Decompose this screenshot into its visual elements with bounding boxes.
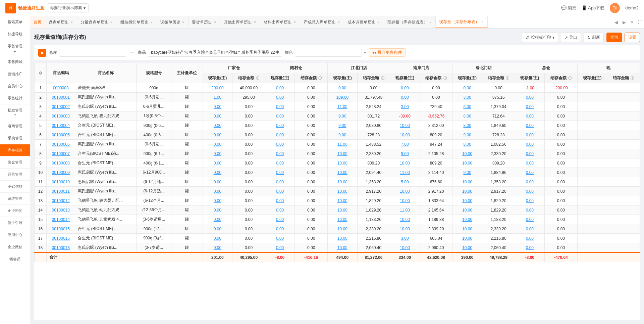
- tab-requisition[interactable]: 要货单历史 ×: [189, 16, 220, 28]
- filter-collapse-btn[interactable]: ▶: [38, 49, 46, 57]
- row-yb-qty: 10.00: [452, 234, 482, 243]
- warehouse-dots-btn[interactable]: ···: [128, 50, 135, 56]
- sidebar-item-system[interactable]: 系统管理: [0, 193, 30, 205]
- tab-expand[interactable]: ⛶: [636, 16, 644, 28]
- row-unit: 罐: [171, 149, 203, 158]
- refresh-button[interactable]: ↻ 刷新: [584, 33, 604, 42]
- gear-icon[interactable]: ⚙: [39, 71, 42, 76]
- close-icon[interactable]: ×: [253, 20, 257, 25]
- sidebar-item-purchase[interactable]: 采购管理: [0, 132, 30, 144]
- tab-close-all[interactable]: ✕: [628, 16, 636, 28]
- tab-inventory-check[interactable]: 盘点单历史 ×: [45, 16, 77, 28]
- message-btn[interactable]: 💬 消息: [561, 5, 577, 11]
- query-button[interactable]: 查询: [606, 33, 622, 42]
- sidebar-item-member[interactable]: 会员中心: [0, 80, 30, 92]
- sidebar-item-wechat[interactable]: 企业微信: [0, 241, 30, 253]
- row-unit: 罐: [171, 168, 203, 177]
- row-fj-amt: 0.00: [232, 130, 265, 140]
- tab-split-check[interactable]: 分量盘点单历史 ×: [77, 16, 117, 28]
- close-icon[interactable]: ×: [150, 20, 153, 25]
- sidebar-item-quick-nav[interactable]: 快捷导航: [0, 28, 30, 40]
- sidebar-item-wholesale[interactable]: 批发管理 ▾: [0, 104, 30, 120]
- row-jb-qty: 10.00: [327, 168, 357, 177]
- sidebar-item-marketing[interactable]: 营销推广: [0, 68, 30, 80]
- tab-scroll-right[interactable]: ▶: [620, 16, 628, 28]
- sidebar-item-search[interactable]: 搜索英单: [0, 16, 30, 28]
- row-jb-amt: 1,829.20: [357, 205, 390, 215]
- sidebar-item-retail-mgmt[interactable]: 零售管理 ▲: [0, 40, 30, 56]
- info-icon[interactable]: ⓘ: [568, 76, 572, 80]
- close-icon[interactable]: ×: [337, 20, 340, 25]
- row-spec: 900g: [137, 83, 171, 93]
- info-icon[interactable]: ⓘ: [318, 76, 322, 80]
- sidebar-item-guide[interactable]: 新手引导: [0, 217, 30, 229]
- export-icon: ↗: [565, 35, 568, 40]
- info-icon[interactable]: ⓘ: [443, 76, 447, 80]
- app-download-btn[interactable]: 📱 App下载: [582, 5, 604, 11]
- close-icon[interactable]: ×: [70, 20, 73, 25]
- close-icon[interactable]: ×: [377, 20, 380, 25]
- col-gear: ⚙: [35, 63, 47, 83]
- info-icon[interactable]: ⓘ: [381, 76, 384, 80]
- sidebar-item-retail-stats[interactable]: 零售统计: [0, 92, 30, 104]
- sidebar-item-finance[interactable]: 资金管理: [0, 156, 30, 169]
- row-fj-qty: 0.00: [203, 149, 232, 158]
- row-fj-qty: 0.00: [203, 140, 232, 149]
- tab-other-out[interactable]: 其他出库单历史 ×: [220, 16, 260, 28]
- tab-cost-adj[interactable]: 成本调整单历史 ×: [344, 16, 384, 28]
- row-lc-qty: 0.00: [265, 177, 295, 187]
- row-jb-amt: 1,353.20: [357, 177, 390, 187]
- row-zc-amt: 0.00: [545, 140, 578, 149]
- info-icon[interactable]: ⓘ: [506, 76, 509, 80]
- sidebar-item-members2[interactable]: 畅会员: [0, 253, 30, 265]
- close-icon[interactable]: ×: [213, 20, 217, 25]
- close-icon[interactable]: ×: [182, 20, 185, 25]
- warehouse-input[interactable]: [59, 49, 126, 57]
- close-icon[interactable]: ×: [481, 20, 484, 24]
- tab-stock-dist[interactable]: 现存量（库存分布表）×: [436, 16, 488, 28]
- sidebar-item-basics[interactable]: 基础信息: [0, 181, 30, 193]
- row-x-amt: [607, 121, 640, 130]
- info-icon[interactable]: ⓘ: [631, 76, 634, 80]
- sidebar-item-appstore[interactable]: 应用中心: [0, 229, 30, 241]
- close-icon[interactable]: ×: [429, 20, 432, 25]
- sidebar-item-enterprise[interactable]: 企业协同: [0, 205, 30, 217]
- row-fj-qty: 0.00: [203, 205, 232, 215]
- sidebar-item-inventory[interactable]: 库存核算: [0, 144, 30, 156]
- table-row: 7 00100006 惠氏启脲 (Wyeth illu... (0-6月适...…: [35, 140, 640, 149]
- sidebar-item-retail-mall[interactable]: 零售商城: [0, 56, 30, 68]
- tab-product-in[interactable]: 产成品入库单历史 ×: [300, 16, 344, 28]
- tab-material-out[interactable]: 材料出库单历史 ×: [260, 16, 300, 28]
- row-zc-amt: 0.00: [545, 224, 578, 234]
- sidebar-item-ops-mgmt[interactable]: 经营管理: [0, 169, 30, 181]
- row-zc-qty: 0.00: [515, 224, 545, 234]
- col-x-amt: 结存金额 ⓘ: [607, 73, 640, 83]
- tab-transfer[interactable]: 调拨单历史 ×: [157, 16, 189, 28]
- info-icon[interactable]: ⓘ: [256, 76, 259, 80]
- settings-button[interactable]: 设置: [625, 33, 640, 42]
- row-na-qty: 11.00: [390, 205, 420, 215]
- industry-selector[interactable]: 母婴行业演示陈套 ▾: [47, 3, 89, 12]
- expand-toggle[interactable]: ▾▾ 展开更多条件: [369, 48, 406, 57]
- tab-scroll-left[interactable]: ◀: [612, 16, 620, 28]
- close-icon[interactable]: ×: [110, 20, 113, 25]
- color-input[interactable]: [295, 49, 362, 57]
- tab-stock-status[interactable]: 现存量（库存状况表）×: [384, 16, 436, 28]
- export-button[interactable]: ↗ 导出: [561, 33, 581, 42]
- row-fj-amt: 0.00: [232, 111, 265, 121]
- row-name: 合生元 (BIOSTIME) ...: [75, 234, 137, 243]
- goods-input[interactable]: [148, 49, 282, 57]
- tab-assembly[interactable]: 组装拆卸单历史 ×: [117, 16, 157, 28]
- row-jb-qty: 11.00: [327, 102, 357, 111]
- sidebar-item-ecommerce[interactable]: 电商管理: [0, 120, 30, 132]
- print-button[interactable]: 🖨 按模板打印 ▾: [522, 33, 558, 42]
- filter-goods: 商品: [138, 49, 282, 57]
- row-lc-amt: 0.00: [295, 224, 328, 234]
- close-icon[interactable]: ×: [293, 20, 297, 25]
- row-yb-amt: 2,917.20: [482, 187, 515, 196]
- tab-home[interactable]: 首页: [30, 16, 45, 28]
- row-x-qty: [577, 93, 607, 102]
- row-code: 00100005: [47, 130, 75, 140]
- row-zc-amt: 0.00: [545, 158, 578, 168]
- row-x-qty: [577, 111, 607, 121]
